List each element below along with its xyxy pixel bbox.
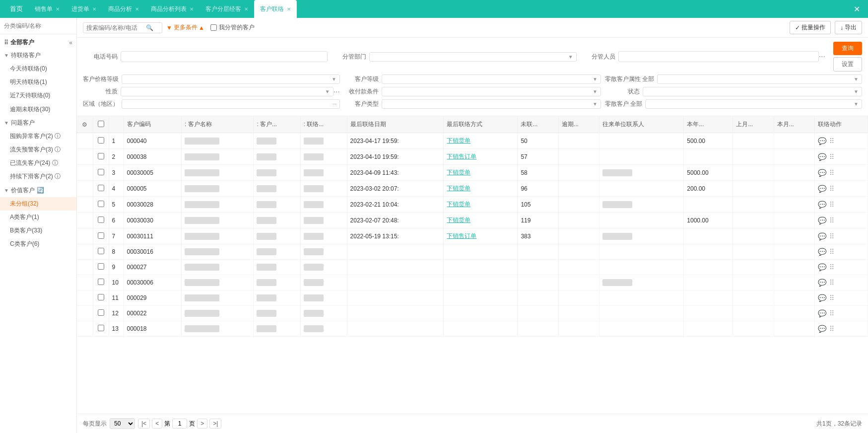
action-more-icon[interactable]: ⠿ bbox=[829, 309, 834, 317]
action-more-icon[interactable]: ⠿ bbox=[829, 185, 834, 193]
payment-select[interactable]: ▼ bbox=[382, 87, 601, 96]
sidebar-item-abnormal[interactable]: 囤购异常客户(2) ⓘ bbox=[0, 130, 76, 143]
nav-tab-analysis-close[interactable]: ✕ bbox=[135, 6, 139, 12]
action-chat-icon[interactable]: 💬 bbox=[818, 309, 826, 317]
row-checkbox[interactable] bbox=[98, 248, 104, 254]
page-input[interactable] bbox=[172, 419, 187, 429]
row-checkbox-cell[interactable] bbox=[93, 133, 109, 149]
sidebar-collapse-icon[interactable]: « bbox=[69, 39, 72, 46]
my-customers-checkbox[interactable]: 我分管的客户 bbox=[210, 23, 255, 32]
action-more-icon[interactable]: ⠿ bbox=[829, 279, 834, 287]
nature-select[interactable]: ▼ bbox=[121, 87, 334, 96]
sidebar-item-tomorrow[interactable]: 明天待联络(1) bbox=[0, 75, 76, 89]
row-checkbox[interactable] bbox=[98, 232, 104, 239]
first-page-btn[interactable]: |< bbox=[138, 419, 150, 429]
row-checkbox-cell[interactable] bbox=[93, 165, 109, 181]
row-last-method[interactable]: 下销售订单 bbox=[444, 149, 518, 165]
next-page-btn[interactable]: > bbox=[197, 419, 207, 429]
row-last-method[interactable]: 下销售订单 bbox=[444, 228, 518, 244]
export-button[interactable]: ↓ 导出 bbox=[835, 21, 862, 34]
row-checkbox-cell[interactable] bbox=[93, 244, 109, 260]
search-input[interactable] bbox=[86, 24, 146, 31]
table-col-settings[interactable]: ⚙ bbox=[77, 116, 93, 133]
sidebar-item-churn-warning[interactable]: 流失预警客户(3) ⓘ bbox=[0, 143, 76, 156]
nav-tab-analysis-list[interactable]: 商品分析列表 ✕ bbox=[145, 0, 200, 18]
last-method-link[interactable]: 下销货单 bbox=[447, 185, 470, 192]
action-chat-icon[interactable]: 💬 bbox=[818, 263, 826, 271]
nav-tab-purchase[interactable]: 进货单 ✕ bbox=[66, 0, 102, 18]
per-page-select[interactable]: 50 100 bbox=[110, 418, 135, 429]
row-checkbox[interactable] bbox=[98, 153, 104, 159]
scattered-attr-select[interactable]: ▼ bbox=[657, 74, 862, 84]
row-checkbox-cell[interactable] bbox=[93, 290, 109, 306]
row-checkbox-cell[interactable] bbox=[93, 197, 109, 213]
action-more-icon[interactable]: ⠿ bbox=[829, 263, 834, 271]
row-checkbox[interactable] bbox=[98, 309, 104, 316]
action-chat-icon[interactable]: 💬 bbox=[818, 153, 826, 161]
action-more-icon[interactable]: ⠿ bbox=[829, 325, 834, 333]
select-all-checkbox[interactable] bbox=[98, 121, 104, 127]
action-chat-icon[interactable]: 💬 bbox=[818, 294, 826, 302]
nav-tab-customer-tier-close[interactable]: ✕ bbox=[244, 6, 248, 12]
my-customers-check[interactable] bbox=[210, 24, 217, 31]
batch-op-button[interactable]: ✓ 批量操作 bbox=[790, 21, 831, 34]
row-checkbox-cell[interactable] bbox=[93, 275, 109, 290]
sidebar-group-problem[interactable]: ▼ 问题客户 bbox=[0, 116, 76, 130]
row-checkbox[interactable] bbox=[98, 279, 104, 285]
sidebar-all-customers[interactable]: ⠿ 全部客户 « bbox=[0, 34, 76, 49]
price-level-select[interactable]: ▼ bbox=[122, 74, 340, 84]
row-last-method[interactable] bbox=[444, 260, 518, 275]
reset-button[interactable]: 设置 bbox=[833, 57, 862, 72]
region-select[interactable]: ··· bbox=[122, 99, 340, 109]
search-icon[interactable]: 🔍 bbox=[146, 24, 153, 31]
action-chat-icon[interactable]: 💬 bbox=[818, 216, 826, 224]
action-more-icon[interactable]: ⠿ bbox=[829, 294, 834, 302]
last-method-link[interactable]: 下销货单 bbox=[447, 137, 470, 144]
action-chat-icon[interactable]: 💬 bbox=[818, 279, 826, 287]
row-checkbox[interactable] bbox=[98, 185, 104, 191]
action-chat-icon[interactable]: 💬 bbox=[818, 232, 826, 240]
nav-tab-customer-tier[interactable]: 客户分层经客 ✕ bbox=[200, 0, 254, 18]
nav-tab-sales[interactable]: 销售单 ✕ bbox=[29, 0, 66, 18]
customer-type-select[interactable]: ▼ bbox=[382, 99, 601, 109]
action-more-icon[interactable]: ⠿ bbox=[829, 201, 834, 209]
action-more-icon[interactable]: ⠿ bbox=[829, 232, 834, 240]
nav-tab-customer-contact-close[interactable]: ✕ bbox=[287, 6, 291, 12]
row-checkbox-cell[interactable] bbox=[93, 321, 109, 337]
nav-tab-purchase-close[interactable]: ✕ bbox=[92, 6, 96, 12]
action-chat-icon[interactable]: 💬 bbox=[818, 248, 826, 256]
query-button[interactable]: 查询 bbox=[833, 42, 862, 55]
value-refresh-icon[interactable]: 🔄 bbox=[37, 187, 44, 194]
sidebar-item-7days[interactable]: 近7天待联络(0) bbox=[0, 89, 76, 102]
nav-home[interactable]: 首页 bbox=[4, 4, 29, 13]
row-checkbox[interactable] bbox=[98, 294, 104, 300]
prev-page-btn[interactable]: < bbox=[152, 419, 162, 429]
row-last-method[interactable]: 下销货单 bbox=[444, 181, 518, 197]
scattered-select[interactable]: ▼ bbox=[645, 99, 862, 109]
action-more-icon[interactable]: ⠿ bbox=[829, 248, 834, 256]
window-close-button[interactable]: ✕ bbox=[850, 4, 864, 14]
nature-dots[interactable]: ··· bbox=[334, 87, 340, 96]
sidebar-item-ungroup[interactable]: 未分组(32) bbox=[0, 197, 76, 211]
sidebar-search-input[interactable] bbox=[4, 22, 77, 29]
row-last-method[interactable] bbox=[444, 306, 518, 321]
last-page-btn[interactable]: >| bbox=[209, 419, 221, 429]
last-method-link[interactable]: 下销货单 bbox=[447, 216, 470, 223]
nav-tab-sales-close[interactable]: ✕ bbox=[56, 6, 60, 12]
sidebar-item-churned[interactable]: 已流失客户(24) ⓘ bbox=[0, 156, 76, 170]
action-more-icon[interactable]: ⠿ bbox=[829, 216, 834, 224]
search-box[interactable]: 🔍 bbox=[83, 22, 162, 33]
row-checkbox-cell[interactable] bbox=[93, 149, 109, 165]
action-chat-icon[interactable]: 💬 bbox=[818, 185, 826, 193]
sidebar-item-declining[interactable]: 持续下滑客户(2) ⓘ bbox=[0, 170, 76, 183]
action-chat-icon[interactable]: 💬 bbox=[818, 201, 826, 209]
row-checkbox[interactable] bbox=[98, 325, 104, 331]
action-chat-icon[interactable]: 💬 bbox=[818, 169, 826, 177]
row-checkbox-cell[interactable] bbox=[93, 260, 109, 275]
last-method-link[interactable]: 下销售订单 bbox=[447, 232, 476, 239]
row-checkbox[interactable] bbox=[98, 216, 104, 223]
row-last-method[interactable] bbox=[444, 244, 518, 260]
row-checkbox[interactable] bbox=[98, 201, 104, 207]
sidebar-item-c-class[interactable]: C类客户(6) bbox=[0, 237, 76, 251]
row-last-method[interactable] bbox=[444, 275, 518, 290]
